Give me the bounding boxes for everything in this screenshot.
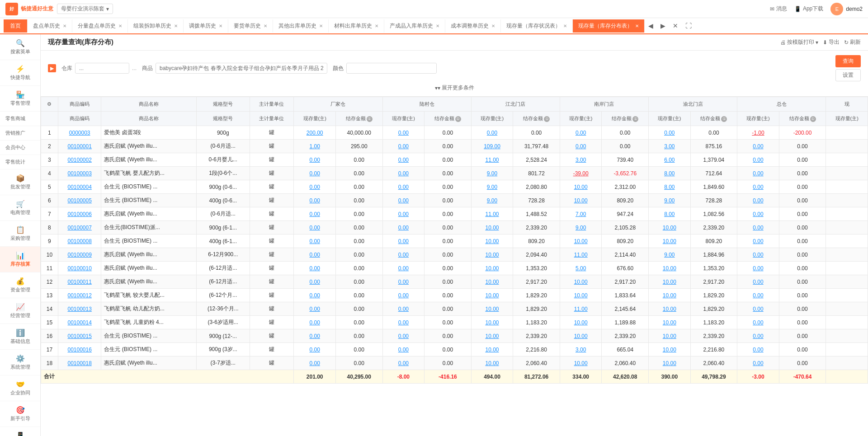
cell-code[interactable]: 00100008 <box>58 234 101 248</box>
cell-qty4[interactable]: 11.00 <box>560 302 602 316</box>
sidebar-item-17[interactable]: 📱应用中心 <box>0 427 40 436</box>
cell-qty2[interactable]: 0.00 <box>382 316 425 329</box>
tab-9[interactable]: 成本调整单历史✕ <box>445 19 501 33</box>
cell-qty5[interactable]: 10.00 <box>649 356 691 370</box>
settings-icon[interactable]: ⚙ <box>47 101 52 107</box>
cell-qty4[interactable]: 5.00 <box>560 262 602 275</box>
cell-qty4[interactable]: 10.00 <box>560 275 602 289</box>
cell-code[interactable]: 00100002 <box>58 153 101 167</box>
cell-qty2[interactable]: 0.00 <box>382 343 425 356</box>
cell-qty5[interactable]: 10.00 <box>649 302 691 316</box>
info-icon[interactable]: ① <box>367 116 373 122</box>
goods-input[interactable] <box>156 63 327 74</box>
tab-10[interactable]: 现存量（库存状况表）✕ <box>501 19 573 33</box>
tab-close[interactable]: ✕ <box>319 23 323 28</box>
expand-more[interactable]: ▾▾ 展开更多条件 <box>435 84 474 92</box>
sidebar-item-5[interactable]: 会员中心 <box>0 141 40 155</box>
cell-qty5[interactable]: 8.00 <box>649 207 691 221</box>
sidebar-item-4[interactable]: 营销推广 <box>0 126 40 141</box>
cell-qty1[interactable]: 0.00 <box>294 302 336 316</box>
cell-qty2[interactable]: 0.00 <box>382 221 425 234</box>
cell-qty4[interactable]: 3.00 <box>560 153 602 167</box>
sidebar-item-9[interactable]: 📋采购管理 <box>0 221 40 247</box>
cell-qty4[interactable]: 10.00 <box>560 180 602 194</box>
cell-qty3[interactable]: 9.00 <box>471 194 513 207</box>
color-input[interactable] <box>346 63 437 74</box>
cell-qty6[interactable]: 0.00 <box>737 248 779 262</box>
cell-qty2[interactable]: 0.00 <box>382 153 425 167</box>
industry-selector[interactable]: 母婴行业演示陈套 ▾ <box>57 4 113 14</box>
cell-qty3[interactable]: 9.00 <box>471 167 513 180</box>
cell-qty3[interactable]: 0.00 <box>471 126 513 140</box>
cell-qty1[interactable]: 0.00 <box>294 316 336 329</box>
cell-qty3[interactable]: 10.00 <box>471 302 513 316</box>
cell-qty5[interactable]: 9.00 <box>649 248 691 262</box>
cell-qty6[interactable]: 0.00 <box>737 167 779 180</box>
tab-maximize-btn[interactable]: ⛶ <box>682 20 695 31</box>
cell-qty5[interactable]: 10.00 <box>649 275 691 289</box>
cell-qty5[interactable]: 8.00 <box>649 180 691 194</box>
cell-qty2[interactable]: 0.00 <box>382 180 425 194</box>
cell-qty5[interactable]: 10.00 <box>649 316 691 329</box>
cell-qty1[interactable]: 0.00 <box>294 180 336 194</box>
tab-8[interactable]: 产成品入库单历史✕ <box>384 19 445 33</box>
tab-next-btn[interactable]: ▶ <box>657 20 669 31</box>
tab-close[interactable]: ✕ <box>264 23 267 28</box>
sidebar-item-8[interactable]: 🛒电商管理 <box>0 195 40 221</box>
tab-4[interactable]: 调拨单历史✕ <box>184 19 228 33</box>
cell-code[interactable]: 00100003 <box>58 167 101 180</box>
tab-close-all-btn[interactable]: ✕ <box>669 20 682 31</box>
sidebar-item-12[interactable]: 📈经营管理 <box>0 298 40 324</box>
user-profile[interactable]: E demo2 <box>830 3 863 15</box>
cell-qty1[interactable]: 0.00 <box>294 262 336 275</box>
cell-code[interactable]: 00100004 <box>58 180 101 194</box>
sidebar-item-10[interactable]: 📊库存核算 <box>0 247 40 272</box>
cell-qty6[interactable]: 0.00 <box>737 262 779 275</box>
cell-qty4[interactable]: 0.00 <box>560 126 602 140</box>
cell-qty4[interactable]: 3.00 <box>560 343 602 356</box>
cell-code[interactable]: 00100007 <box>58 221 101 234</box>
cell-qty4[interactable]: 7.00 <box>560 207 602 221</box>
cell-qty2[interactable]: 0.00 <box>382 302 425 316</box>
export-button[interactable]: ⬇ 导出 <box>823 38 840 46</box>
cell-qty4[interactable]: 11.00 <box>560 248 602 262</box>
cell-qty2[interactable]: 0.00 <box>382 356 425 370</box>
tab-close[interactable]: ✕ <box>118 23 122 28</box>
cell-qty2[interactable]: 0.00 <box>382 289 425 302</box>
cell-qty1[interactable]: 0.00 <box>294 343 336 356</box>
cell-qty2[interactable]: 0.00 <box>382 234 425 248</box>
cell-qty6[interactable]: 0.00 <box>737 302 779 316</box>
tab-close[interactable]: ✕ <box>174 23 178 28</box>
cell-qty5[interactable]: 6.00 <box>649 153 691 167</box>
tab-close[interactable]: ✕ <box>563 23 567 28</box>
cell-qty1[interactable]: 0.00 <box>294 275 336 289</box>
cell-qty5[interactable]: 0.00 <box>649 126 691 140</box>
cell-qty2[interactable]: 0.00 <box>382 248 425 262</box>
cell-qty4[interactable]: -39.00 <box>560 167 602 180</box>
cell-qty5[interactable]: 10.00 <box>649 289 691 302</box>
cell-qty5[interactable]: 10.00 <box>649 329 691 343</box>
cell-qty1[interactable]: 0.00 <box>294 234 336 248</box>
cell-qty4[interactable]: 10.00 <box>560 234 602 248</box>
tab-7[interactable]: 材料出库单历史✕ <box>329 19 384 33</box>
tab-6[interactable]: 其他出库单历史✕ <box>273 19 329 33</box>
sidebar-item-3[interactable]: 零售商城 <box>0 112 40 126</box>
cell-qty5[interactable]: 10.00 <box>649 234 691 248</box>
cell-qty3[interactable]: 109.00 <box>471 140 513 153</box>
sidebar-item-2[interactable]: 🏪零售管理 <box>0 86 40 112</box>
tab-close[interactable]: ✕ <box>375 23 378 28</box>
tab-0[interactable]: 首页 <box>4 19 28 33</box>
setting-button[interactable]: 设置 <box>835 69 861 81</box>
cell-code[interactable]: 00100014 <box>58 316 101 329</box>
cell-qty6[interactable]: 0.00 <box>737 194 779 207</box>
cell-qty6[interactable]: 0.00 <box>737 234 779 248</box>
sidebar-item-15[interactable]: 🤝企业协同 <box>0 375 40 401</box>
cell-qty2[interactable]: 0.00 <box>382 329 425 343</box>
cell-qty6[interactable]: 0.00 <box>737 343 779 356</box>
collapse-toggle[interactable]: ▶ <box>48 64 56 72</box>
info-icon4[interactable]: ① <box>632 116 638 122</box>
sidebar-item-1[interactable]: ⚡快捷导航 <box>0 60 40 86</box>
cell-qty1[interactable]: 0.00 <box>294 167 336 180</box>
cell-qty2[interactable]: 0.00 <box>382 194 425 207</box>
cell-qty2[interactable]: 0.00 <box>382 140 425 153</box>
